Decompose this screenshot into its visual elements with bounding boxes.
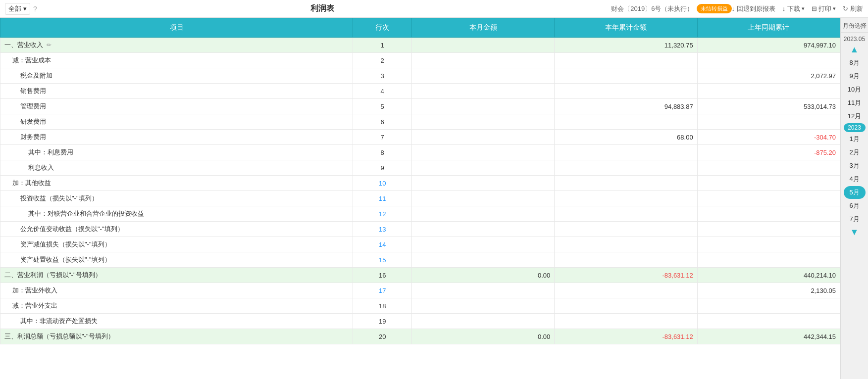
cell-row-num: 10 [353,176,412,191]
cell-row-num: 2 [353,53,412,68]
cell-item: 其中：对联营企业和合营企业的投资收益 [0,206,353,222]
report-table: 项目 行次 本月金额 本年累计金额 上年同期累计 一、营业收入 ✏111,320… [0,18,840,344]
month-item[interactable]: 2月 [844,146,866,159]
print-button[interactable]: ⊟ 打印 ▾ [812,4,836,13]
cell-month-amount [412,206,555,222]
month-item[interactable]: 4月 [844,173,866,186]
cell-month-amount [412,314,555,329]
top-bar-left: 全部 ▾ ? [5,3,37,15]
table-row: 三、利润总额（亏损总额以"-"号填列）200.00-83,631.12442,3… [0,329,840,344]
cell-month-amount [412,99,555,114]
scope-dropdown-icon: ▾ [23,5,27,12]
cell-lastyear-amount: 533,014.73 [697,99,840,114]
table-header-row: 项目 行次 本月金额 本年累计金额 上年同期累计 [0,18,840,38]
cell-year-amount: 94,883.87 [555,99,697,114]
cell-month-amount: 0.00 [412,329,555,344]
table-row: 利息收入9 [0,160,840,176]
cell-month-amount [412,191,555,206]
cell-month-amount [412,298,555,314]
scope-select[interactable]: 全部 ▾ [5,3,30,15]
table-row: 管理费用594,883.87533,014.73 [0,99,840,114]
header-year-amount: 本年累计金额 [555,18,697,38]
table-row: 资产减值损失（损失以"-"填列）14 [0,237,840,252]
cell-item: 税金及附加 [0,68,353,84]
cell-year-amount [555,114,697,130]
cell-month-amount [412,68,555,84]
cell-year-amount [555,252,697,268]
cell-month-amount [412,252,555,268]
cell-year-amount: -83,631.12 [555,268,697,283]
table-row: 加：营业外收入172,130.05 [0,283,840,298]
cell-lastyear-amount: 2,072.97 [697,68,840,84]
cell-item: 减：营业外支出 [0,298,353,314]
cell-row-num: 17 [353,283,412,298]
download-button[interactable]: ↓ 下载 ▾ [782,4,805,13]
month-item[interactable]: 6月 [844,199,866,212]
top-bar: 全部 ▾ ? 利润表 财会〔2019〕6号（未执行） 未结转损益 ↓ 回退到原报… [0,0,868,18]
back-button[interactable]: ↓ 回退到原报表 [732,4,775,13]
cell-lastyear-amount [697,114,840,130]
cell-year-amount [555,160,697,176]
month-item[interactable]: 2023 [844,123,866,132]
cell-year-amount [555,191,697,206]
month-item[interactable]: 12月 [844,110,866,123]
table-row: 减：营业成本2 [0,53,840,68]
cell-row-num: 15 [353,252,412,268]
cell-item: 投资收益（损失以"-"填列） [0,191,353,206]
table-row: 一、营业收入 ✏111,320.75974,997.10 [0,38,840,53]
nav-down-button[interactable]: ▼ [849,226,860,238]
cell-year-amount: 11,320.75 [555,38,697,53]
cell-year-amount [555,222,697,237]
cell-row-num: 7 [353,130,412,145]
cell-row-num: 11 [353,191,412,206]
month-item[interactable]: 8月 [844,56,866,69]
month-item[interactable]: 11月 [844,96,866,109]
cell-row-num: 19 [353,314,412,329]
cell-lastyear-amount [697,84,840,99]
download-label: ↓ 下载 [782,4,800,13]
sidebar-title: 月份选择 [841,20,868,33]
table-row: 财务费用768.00-304.70 [0,130,840,145]
nav-up-button[interactable]: ▲ [849,44,860,56]
table-row: 税金及附加32,072.97 [0,68,840,84]
cell-month-amount [412,84,555,99]
month-item[interactable]: 1月 [844,133,866,145]
print-dropdown-icon: ▾ [833,5,836,12]
table-body: 一、营业收入 ✏111,320.75974,997.10减：营业成本2税金及附加… [0,38,840,344]
month-item[interactable]: 3月 [844,159,866,172]
edit-icon[interactable]: ✏ [45,42,51,48]
month-item[interactable]: 7月 [844,213,866,226]
cell-month-amount [412,38,555,53]
table-row: 公允价值变动收益（损失以"-"填列）13 [0,222,840,237]
cell-month-amount: 0.00 [412,268,555,283]
cell-lastyear-amount [697,206,840,222]
cell-year-amount [555,206,697,222]
cell-lastyear-amount [697,53,840,68]
title-area: 利润表 财会〔2019〕6号（未执行） 未结转损益 [37,3,732,14]
header-month-amount: 本月金额 [412,18,555,38]
cell-row-num: 3 [353,68,412,84]
month-item[interactable]: 10月 [844,83,866,96]
cell-row-num: 20 [353,329,412,344]
table-row: 其中：对联营企业和合营企业的投资收益12 [0,206,840,222]
cell-item: 销售费用 [0,84,353,99]
refresh-button[interactable]: ↻ 刷新 [843,4,863,13]
cell-year-amount [555,314,697,329]
print-label: ⊟ 打印 [812,4,832,13]
cell-item: 加：其他收益 [0,176,353,191]
month-item[interactable]: 9月 [844,70,866,83]
cell-month-amount [412,130,555,145]
month-item[interactable]: 5月 [844,186,866,199]
cell-row-num: 6 [353,114,412,130]
cell-year-amount [555,145,697,160]
cell-lastyear-amount [697,252,840,268]
cell-lastyear-amount [697,176,840,191]
main-content: 项目 行次 本月金额 本年累计金额 上年同期累计 一、营业收入 ✏111,320… [0,18,868,379]
table-row: 加：其他收益10 [0,176,840,191]
table-row: 资产处置收益（损失以"-"填列）15 [0,252,840,268]
cell-item: 减：营业成本 [0,53,353,68]
table-row: 销售费用4 [0,84,840,99]
help-icon[interactable]: ? [33,5,37,13]
cell-year-amount: -83,631.12 [555,329,697,344]
cell-year-amount [555,283,697,298]
